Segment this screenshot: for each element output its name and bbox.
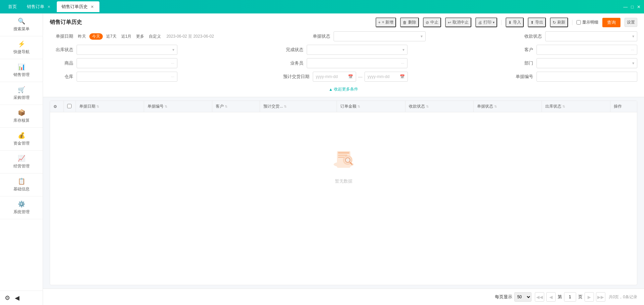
main-layout: 🔍 搜索菜单 ⚡ 快捷导航 📊 销售管理 🛒 采购管理 📦 库存核算 💰 资金管… [0, 13, 644, 305]
delete-button[interactable]: 🗑 删除 [400, 17, 419, 27]
table-body: 暂无数据 [50, 112, 637, 205]
completion-status-label: 完成状态 [280, 47, 303, 53]
date-btn-last1m[interactable]: 近1月 [120, 33, 133, 40]
print-button[interactable]: 🖨 打印 ▾ [475, 17, 497, 27]
svg-rect-2 [338, 152, 349, 154]
sidebar-collapse-icon[interactable]: ◀ [15, 294, 19, 302]
sidebar-item-label-operations: 经营管理 [13, 163, 30, 169]
sort-payment-status[interactable]: 收款状态 ⇅ [409, 104, 470, 109]
settings-button[interactable]: 设置 [625, 18, 637, 27]
sidebar-item-purchase-mgmt[interactable]: 🛒 采购管理 [0, 82, 43, 105]
sort-bill-date[interactable]: 单据日期 ⇅ [79, 104, 140, 109]
display-detail-checkbox[interactable] [576, 20, 581, 25]
maximize-icon[interactable]: □ [631, 4, 634, 9]
delivery-status-select[interactable]: ▾ [77, 45, 177, 55]
sort-bill-status[interactable]: 单据状态 ⇅ [477, 104, 538, 109]
col-settings-icon[interactable]: ⚙ [53, 104, 57, 109]
sort-order-amount[interactable]: 订单金额 ⇅ [340, 104, 401, 109]
expected-delivery-end[interactable]: yyyy-mm-dd 📅 [364, 72, 408, 82]
sidebar-item-label-quick-nav: 快捷导航 [13, 49, 30, 55]
col-bill-status: 单据状态 ⇅ [473, 101, 542, 112]
date-end-placeholder: yyyy-mm-dd [368, 74, 389, 79]
sidebar-item-inventory[interactable]: 📦 库存核算 [0, 105, 43, 128]
import-button[interactable]: ⬇ 导入 [506, 17, 524, 27]
pagination-bar: 每页显示 20 50 100 ◀◀ ◀ 第 页 ▶ ▶▶ 共0页，0条记录 [43, 289, 644, 305]
sort-expected-delivery[interactable]: 预计交货... ⇅ [263, 104, 333, 109]
sort-icon-payment-status: ⇅ [426, 105, 429, 108]
completion-status-select[interactable]: ▾ [307, 45, 407, 55]
bill-status-label: 单据状态 [307, 33, 330, 39]
sidebar-item-quick-nav[interactable]: ⚡ 快捷导航 [0, 36, 43, 59]
customer-input[interactable]: ··· [536, 45, 637, 55]
next-page-button[interactable]: ▶ [585, 292, 594, 302]
export-button[interactable]: ⬆ 导出 [528, 17, 546, 27]
date-btn-yesterday[interactable]: 昨天 [77, 33, 87, 40]
empty-text: 暂无数据 [335, 178, 352, 184]
page-size-select[interactable]: 20 50 100 [514, 292, 531, 302]
col-delivery-status: 出库状态 ⇅ [542, 101, 610, 112]
date-btn-last7[interactable]: 近7天 [105, 33, 118, 40]
tab-sales-history-close[interactable]: ✕ [90, 4, 95, 9]
tab-home[interactable]: 首页 [3, 1, 22, 12]
table-container: ⚙ 单据日期 ⇅ 单据编号 [50, 101, 637, 285]
quick-nav-icon: ⚡ [18, 40, 25, 48]
pagination-nav: ◀◀ ◀ 第 页 ▶ ▶▶ [535, 292, 605, 302]
sidebar-item-system-mgmt[interactable]: ⚙️ 系统管理 [0, 196, 43, 219]
date-btn-more[interactable]: 更多 [135, 33, 145, 40]
col-payment-status: 收款状态 ⇅ [405, 101, 473, 112]
payment-status-select[interactable]: ▾ [545, 31, 637, 41]
expected-delivery-label: 预计交货日期 [279, 74, 309, 80]
new-button[interactable]: + + 新增 [376, 17, 396, 27]
sidebar-item-finance[interactable]: 💰 资金管理 [0, 128, 43, 151]
total-records: 共0页，0条记录 [609, 294, 637, 300]
minimize-icon[interactable]: — [623, 4, 628, 9]
filter-row-3: 商品 ··· 业务员 ··· 部门 ▾ [50, 58, 637, 68]
sidebar-item-search-menu[interactable]: 🔍 搜索菜单 [0, 13, 43, 36]
warehouse-input[interactable]: ··· [77, 72, 177, 82]
sort-customer[interactable]: 客户 ⇅ [216, 104, 256, 109]
salesperson-input[interactable]: ··· [307, 58, 407, 68]
expected-delivery-start[interactable]: yyyy-mm-dd 📅 [313, 72, 356, 82]
tab-sales-order-close[interactable]: ✕ [46, 4, 51, 9]
sort-bill-no[interactable]: 单据编号 ⇅ [147, 104, 209, 109]
first-page-button[interactable]: ◀◀ [535, 292, 544, 302]
bill-no-input[interactable] [536, 72, 637, 82]
customer-label: 客户 [510, 47, 533, 53]
cancel-stop-button[interactable]: ↩ 取消中止 [445, 17, 471, 27]
date-btn-custom[interactable]: 自定义 [147, 33, 162, 40]
data-table: ⚙ 单据日期 ⇅ 单据编号 [50, 101, 637, 204]
sidebar-item-label-purchase: 采购管理 [13, 95, 30, 101]
refresh-button[interactable]: ↻ 刷新 [550, 17, 568, 27]
query-button[interactable]: 查询 [602, 18, 620, 27]
sidebar-item-sales-mgmt[interactable]: 📊 销售管理 [0, 59, 43, 82]
display-detail-label: 显示明细 [582, 20, 598, 25]
purchase-mgmt-icon: 🛒 [18, 86, 25, 93]
svg-rect-3 [338, 155, 347, 156]
stop-button[interactable]: ⊘ 中止 [423, 17, 441, 27]
tab-sales-order[interactable]: 销售订单 ✕ [22, 1, 56, 12]
page-number-input[interactable] [564, 292, 576, 302]
bill-status-select[interactable]: ▾ [334, 31, 426, 41]
tab-sales-history[interactable]: 销售订单历史 ✕ [57, 1, 99, 12]
new-icon: + [378, 20, 381, 25]
sidebar-item-basic-info[interactable]: 📋 基础信息 [0, 174, 43, 196]
pagination-size: 每页显示 20 50 100 [495, 292, 531, 302]
sidebar-settings-icon[interactable]: ⚙ [5, 294, 10, 302]
collapse-button[interactable]: ▲ 收起更多条件 [329, 85, 358, 93]
prev-page-button[interactable]: ◀ [546, 292, 556, 302]
top-bar: 首页 销售订单 ✕ 销售订单历史 ✕ — □ ✕ [0, 0, 644, 13]
goods-input[interactable]: ··· [77, 58, 177, 68]
sort-delivery-status[interactable]: 出库状态 ⇅ [545, 104, 606, 109]
display-detail-checkbox-label[interactable]: 显示明细 [576, 20, 598, 25]
payment-status-chevron: ▾ [632, 34, 634, 39]
warehouse-label: 仓库 [50, 74, 73, 80]
last-page-button[interactable]: ▶▶ [596, 292, 605, 302]
close-window-icon[interactable]: ✕ [637, 4, 641, 9]
completion-status-chevron: ▾ [402, 47, 404, 52]
date-btn-today[interactable]: 今天 [89, 33, 103, 40]
department-select[interactable]: ▾ [536, 58, 637, 68]
select-all-checkbox[interactable] [67, 104, 72, 108]
sidebar-item-operations[interactable]: 📈 经营管理 [0, 151, 43, 174]
col-order-amount: 订单金额 ⇅ [337, 101, 405, 112]
date-separator: — [358, 74, 362, 79]
